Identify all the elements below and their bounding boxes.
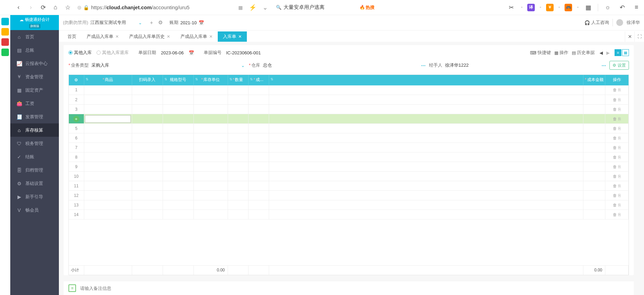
shield-icon: ◎ [77, 5, 81, 10]
undo-icon[interactable]: ↶ [617, 3, 627, 12]
ext-translate-icon[interactable]: 译 [527, 4, 535, 11]
reload-icon[interactable]: ⟳ [38, 3, 48, 12]
home-icon[interactable]: ⌂ [51, 3, 60, 12]
flash-icon[interactable]: ⚡ [248, 3, 257, 12]
address-bar[interactable]: ◎ 🔒 https://cloud.chanjet.com/accounting… [75, 2, 233, 13]
url-text: https://cloud.chanjet.com/accounting/uru… [91, 4, 190, 10]
browser-search[interactable]: 🔍 大量安卓用户逃离 [273, 4, 355, 11]
theme-icon[interactable]: ☼ [603, 3, 613, 12]
ext-wallet-icon[interactable]: ￥ [546, 4, 554, 11]
forward-icon[interactable]: › [26, 3, 36, 12]
back-icon[interactable]: ‹ [14, 3, 23, 12]
browser-extensions: ✂ • 译 • ￥ • 🎮 • ▦ ☼ ↶ ≡ [507, 3, 641, 12]
menu-icon[interactable]: ≡ [632, 3, 641, 12]
apps-icon[interactable]: ▦ [583, 3, 593, 12]
scissors-icon[interactable]: ✂ [507, 3, 516, 12]
ext-game-icon[interactable]: 🎮 [565, 4, 572, 11]
search-trending-text: 大量安卓用户逃离 [283, 4, 325, 11]
chevron-down-icon[interactable]: ⌄ [260, 3, 270, 12]
lock-icon: 🔒 [83, 5, 89, 10]
flame-icon: 🔥 [359, 5, 365, 10]
hot-badge[interactable]: 🔥热搜 [357, 4, 377, 11]
search-icon: 🔍 [276, 5, 281, 10]
browser-toolbar: ‹ › ⟳ ⌂ ☆ ◎ 🔒 https://cloud.chanjet.com/… [0, 0, 644, 15]
favorite-icon[interactable]: ☆ [63, 3, 73, 12]
qr-icon[interactable]: ▦ [236, 3, 245, 12]
